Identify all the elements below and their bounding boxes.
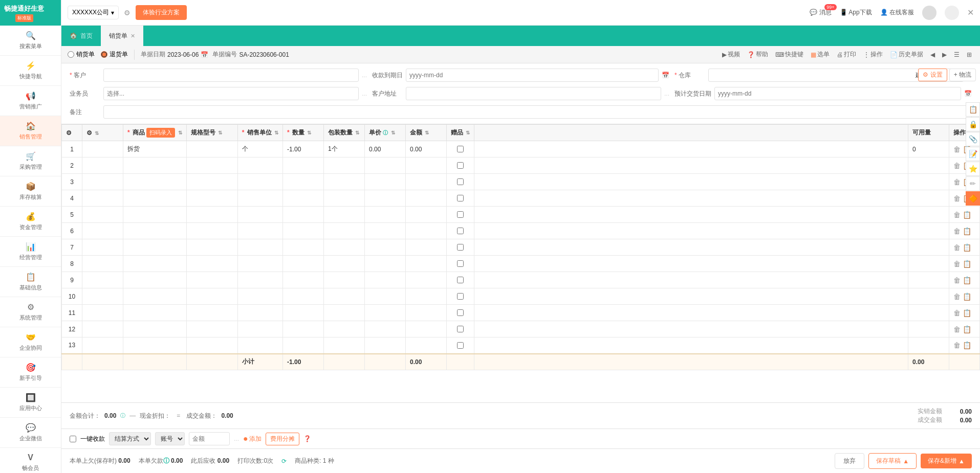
row-price[interactable] [365, 272, 406, 288]
row-unit[interactable] [237, 157, 282, 174]
row-amount[interactable] [406, 207, 447, 223]
copy-icon[interactable]: 📋 [963, 243, 971, 252]
float-btn-6[interactable]: ✏ [966, 176, 980, 191]
row-product[interactable] [123, 223, 187, 239]
row-price[interactable] [365, 305, 406, 321]
row-barcode[interactable] [82, 207, 123, 223]
row-qty[interactable] [283, 288, 324, 305]
dots-icon[interactable]: ... [234, 435, 239, 442]
company-selector[interactable]: XXXXXX公司 ▾ [68, 6, 119, 19]
row-unit[interactable] [237, 223, 282, 239]
delete-icon[interactable]: 🗑 [953, 292, 961, 301]
float-btn-1[interactable]: 📋 [966, 102, 980, 117]
row-spec[interactable] [186, 305, 237, 321]
row-amount[interactable] [406, 190, 447, 207]
row-price[interactable] [365, 223, 406, 239]
sort-icon[interactable]: ⇅ [218, 130, 222, 136]
gift-checkbox[interactable] [457, 309, 464, 316]
delivery-input[interactable] [714, 87, 961, 100]
video-button[interactable]: ▶ 视频 [720, 49, 742, 60]
row-spec[interactable] [186, 337, 237, 354]
sidebar-item-collab[interactable]: 🤝 企业协同 [0, 327, 61, 357]
gift-checkbox[interactable] [457, 277, 464, 283]
tab-sales-order[interactable]: 销货单 ✕ [101, 26, 143, 46]
row-pkgqty[interactable] [324, 190, 365, 207]
row-gift[interactable] [447, 272, 474, 288]
list-view-button[interactable]: ☰ [952, 50, 962, 59]
row-qty[interactable] [283, 207, 324, 223]
prev-button[interactable]: ◀ [928, 50, 937, 59]
row-qty[interactable] [283, 190, 324, 207]
row-gift[interactable] [447, 321, 474, 337]
row-gift[interactable] [447, 239, 474, 256]
row-amount[interactable] [406, 256, 447, 272]
sidebar-item-basic[interactable]: 📋 基础信息 [0, 267, 61, 297]
sort-icon[interactable]: ⇅ [466, 130, 470, 136]
row-barcode[interactable] [82, 239, 123, 256]
row-product[interactable] [123, 190, 187, 207]
row-price[interactable] [365, 174, 406, 190]
row-product[interactable] [123, 207, 187, 223]
float-btn-4[interactable]: 📝 [966, 147, 980, 161]
gift-checkbox[interactable] [457, 178, 464, 185]
delete-icon[interactable]: 🗑 [953, 227, 961, 235]
customer-input[interactable] [103, 69, 359, 82]
online-service-button[interactable]: 👤 在线客服 [880, 8, 914, 17]
sidebar-item-wechat[interactable]: 💬 企业微信 [0, 418, 61, 448]
sort-icon[interactable]: ⇅ [391, 130, 395, 136]
float-btn-5[interactable]: ⭐ [966, 162, 980, 176]
refresh-icon[interactable]: ⟳ [281, 458, 287, 465]
delete-icon[interactable]: 🗑 [953, 243, 961, 252]
gift-checkbox[interactable] [457, 146, 464, 152]
radio-sales-input[interactable] [68, 51, 74, 58]
settings-button[interactable]: ⚙ 设置 [918, 69, 947, 81]
row-price[interactable] [365, 321, 406, 337]
float-btn-2[interactable]: 🔒 [966, 117, 980, 131]
row-product[interactable] [123, 305, 187, 321]
row-price[interactable] [365, 337, 406, 354]
salesman-input[interactable] [103, 87, 359, 100]
next-button[interactable]: ▶ [940, 50, 949, 59]
row-price[interactable] [365, 256, 406, 272]
row-qty[interactable] [283, 223, 324, 239]
row-barcode[interactable] [82, 174, 123, 190]
row-pkgqty[interactable] [324, 321, 365, 337]
row-price[interactable] [365, 288, 406, 305]
delete-icon[interactable]: 🗑 [953, 211, 961, 219]
print-button[interactable]: 🖨 打印 [835, 49, 858, 60]
row-spec[interactable] [186, 321, 237, 337]
row-qty[interactable] [283, 157, 324, 174]
select-button[interactable]: ▦ 选单 [809, 49, 832, 60]
row-gift[interactable] [447, 207, 474, 223]
copy-icon[interactable]: 📋 [963, 276, 971, 284]
row-barcode[interactable] [82, 223, 123, 239]
sort-icon[interactable]: ⇅ [274, 130, 278, 136]
row-unit[interactable] [237, 305, 282, 321]
row-price[interactable] [365, 157, 406, 174]
sort-icon[interactable]: ⇅ [307, 130, 311, 136]
row-gift[interactable] [447, 256, 474, 272]
delete-icon[interactable]: 🗑 [953, 341, 961, 349]
row-qty[interactable] [283, 337, 324, 354]
row-barcode[interactable] [82, 272, 123, 288]
row-product[interactable] [123, 174, 187, 190]
row-product[interactable] [123, 239, 187, 256]
gift-checkbox[interactable] [457, 162, 464, 169]
history-button[interactable]: 📄 历史单据 [888, 49, 925, 60]
sidebar-item-purchase[interactable]: 🛒 采购管理 [0, 146, 61, 176]
row-pkgqty[interactable] [324, 305, 365, 321]
settlement-method-select[interactable]: 结算方式 [109, 432, 151, 445]
row-barcode[interactable] [82, 305, 123, 321]
gift-checkbox[interactable] [457, 228, 464, 234]
amount-input[interactable] [189, 432, 230, 445]
row-unit[interactable] [237, 190, 282, 207]
sidebar-item-search[interactable]: 🔍 搜索菜单 [0, 26, 61, 56]
row-pkgqty[interactable] [324, 288, 365, 305]
row-amount[interactable] [406, 174, 447, 190]
row-unit[interactable] [237, 256, 282, 272]
copy-icon[interactable]: 📋 [963, 292, 971, 301]
radio-sales[interactable]: 销货单 [68, 50, 95, 59]
abandon-button[interactable]: 放弃 [835, 453, 864, 469]
row-amount[interactable] [406, 288, 447, 305]
row-pkgqty[interactable] [324, 223, 365, 239]
